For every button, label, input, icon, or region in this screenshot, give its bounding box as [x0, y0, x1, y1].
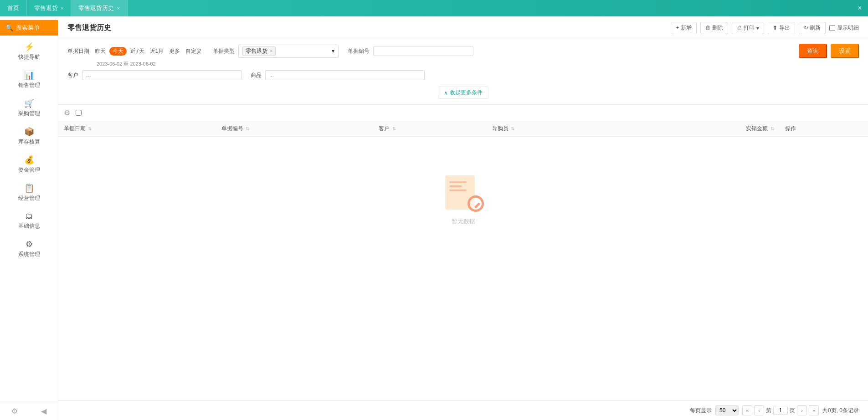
date-btn-more[interactable]: 更多	[167, 47, 182, 56]
query-button[interactable]: 查询	[799, 44, 827, 58]
sales-mgmt-icon: 📊	[24, 70, 34, 80]
date-btn-yesterday[interactable]: 昨天	[93, 47, 108, 56]
tab-home[interactable]: 首页	[0, 0, 27, 16]
sidebar-item-purchase-mgmt[interactable]: 🛒 采购管理	[0, 94, 58, 122]
col-number-label: 单据编号	[221, 125, 243, 132]
show-detail-checkbox[interactable]	[829, 25, 835, 31]
tab-retail-return-history[interactable]: 零售退货历史 ×	[71, 0, 127, 16]
show-detail-checkbox-label[interactable]: 显示明细	[829, 24, 859, 32]
customer-filter: 客户	[67, 70, 241, 80]
tab-retail-return[interactable]: 零售退货 ×	[27, 0, 71, 16]
print-dropdown-icon: ▾	[756, 25, 759, 31]
page-size-select[interactable]: 20 50 100	[715, 405, 739, 415]
date-btn-custom[interactable]: 自定义	[184, 47, 204, 56]
table-wrap: ⚙ 单据日期 ⇅ 单据编号 ⇅ 客户	[58, 105, 868, 400]
add-button[interactable]: + 新增	[671, 22, 696, 34]
topbar: 首页 零售退货 × 零售退货历史 × ×	[0, 0, 868, 16]
sidebar-search-label: 搜索菜单	[16, 24, 40, 32]
col-amount[interactable]: 实销金额 ⇅	[622, 121, 780, 137]
page-title: 零售退货历史	[67, 23, 111, 33]
customer-input[interactable]	[82, 70, 241, 80]
settings-button[interactable]: 设置	[831, 44, 859, 58]
page-header: 零售退货历史 + 新增 🗑 删除 🖨 打印 ▾ ⬆ 导出 ↻ 刷新	[58, 16, 868, 38]
tab-retail-return-label: 零售退货	[34, 4, 58, 12]
customer-filter-label: 客户	[67, 72, 78, 79]
header-actions: + 新增 🗑 删除 🖨 打印 ▾ ⬆ 导出 ↻ 刷新 显示明细	[671, 22, 859, 34]
refresh-button-label: ↻ 刷新	[804, 24, 821, 32]
sidebar-item-basic-info[interactable]: 🗂 基础信息	[0, 207, 58, 235]
col-amount-sort: ⇅	[770, 126, 774, 131]
date-filter: 单据日期 昨天 今天 近7天 近1月 更多 自定义	[67, 47, 204, 56]
sidebar-collapse-button[interactable]: ◀	[41, 407, 46, 415]
export-button[interactable]: ⬆ 导出	[768, 22, 795, 34]
basic-info-icon: 🗂	[25, 211, 33, 221]
page-input[interactable]	[773, 406, 788, 415]
sidebar-item-sales-mgmt[interactable]: 📊 销售管理	[0, 66, 58, 94]
doc-type-tag-close[interactable]: ×	[269, 48, 272, 54]
delete-button[interactable]: 🗑 删除	[700, 22, 728, 34]
col-amount-label: 实销金额	[746, 125, 768, 132]
doc-type-filter: 单据类型 零售退货 × ▾	[213, 45, 339, 58]
tab-home-label: 首页	[7, 4, 19, 12]
col-customer-sort: ⇅	[392, 126, 396, 131]
date-btn-today[interactable]: 今天	[109, 47, 127, 56]
sidebar-item-system-label: 系统管理	[18, 251, 40, 258]
sidebar-item-inventory[interactable]: 📦 库存核算	[0, 122, 58, 150]
page-next-button[interactable]: ›	[797, 405, 807, 415]
date-options-group: 昨天 今天 近7天 近1月 更多 自定义	[93, 47, 204, 56]
page-prev-button[interactable]: ‹	[754, 405, 764, 415]
col-date[interactable]: 单据日期 ⇅	[58, 121, 216, 137]
collapse-filter-button[interactable]: ∧ 收起更多条件	[438, 87, 488, 99]
refresh-button[interactable]: ↻ 刷新	[799, 22, 826, 34]
show-detail-label-text: 显示明细	[837, 24, 859, 32]
page-size-label: 每页显示	[690, 407, 712, 415]
print-button-label: 🖨 打印	[737, 24, 755, 32]
col-number[interactable]: 单据编号 ⇅	[216, 121, 374, 137]
sidebar-item-purchase-label: 采购管理	[18, 110, 40, 118]
total-info: 共0页, 0条记录	[822, 407, 859, 415]
doc-type-label: 单据类型	[213, 47, 235, 55]
page-first-button[interactable]: «	[742, 405, 752, 415]
tab-retail-return-history-close[interactable]: ×	[117, 5, 119, 11]
sidebar-item-business-mgmt[interactable]: 📋 经营管理	[0, 179, 58, 207]
sidebar-item-finance-label: 资金管理	[18, 166, 40, 174]
goods-input[interactable]	[265, 70, 425, 80]
add-button-label: + 新增	[676, 24, 691, 32]
sidebar-item-quick-nav[interactable]: ⚡ 快捷导航	[0, 37, 58, 66]
pagination: 每页显示 20 50 100 « ‹ 第 页 › » 共0页, 0条记录	[58, 400, 868, 420]
print-button[interactable]: 🖨 打印 ▾	[732, 22, 764, 34]
purchase-icon: 🛒	[24, 98, 34, 108]
magnifier-handle	[474, 202, 480, 208]
date-btn-month[interactable]: 近1月	[148, 47, 166, 56]
page-last-button[interactable]: »	[809, 405, 819, 415]
sidebar-item-quick-nav-label: 快捷导航	[18, 53, 40, 61]
sidebar-item-basic-info-label: 基础信息	[18, 222, 40, 230]
date-btn-week[interactable]: 近7天	[128, 47, 146, 56]
doc-number-filter: 单据编号	[348, 46, 473, 56]
system-mgmt-icon: ⚙	[26, 239, 33, 249]
sidebar-search[interactable]: 🔍 搜索菜单	[0, 20, 58, 36]
window-close-button[interactable]: ×	[852, 0, 868, 16]
doc-number-input[interactable]	[373, 46, 473, 56]
doc-type-select[interactable]: 零售退货 × ▾	[238, 45, 339, 58]
select-all-checkbox[interactable]	[76, 110, 82, 116]
sidebar-item-system-mgmt[interactable]: ⚙ 系统管理	[0, 235, 58, 263]
filter-row-1: 单据日期 昨天 今天 近7天 近1月 更多 自定义 单据类型	[67, 44, 859, 58]
sidebar-item-finance-mgmt[interactable]: 💰 资金管理	[0, 150, 58, 179]
export-button-label: ⬆ 导出	[773, 24, 790, 32]
col-action: 操作	[780, 121, 868, 137]
col-guide[interactable]: 导购员 ⇅	[487, 121, 622, 137]
sidebar-settings-button[interactable]: ⚙	[11, 407, 18, 415]
table-header: 单据日期 ⇅ 单据编号 ⇅ 客户 ⇅ 导购员 ⇅	[58, 121, 868, 137]
col-customer[interactable]: 客户 ⇅	[373, 121, 486, 137]
col-date-sort: ⇅	[88, 126, 92, 131]
query-button-label: 查询	[807, 47, 819, 54]
topbar-tabs: 首页 零售退货 × 零售退货历史 ×	[0, 0, 852, 16]
tab-retail-return-close[interactable]: ×	[61, 5, 63, 11]
doc-line-3	[449, 190, 467, 191]
table-settings-icon[interactable]: ⚙	[64, 108, 70, 117]
col-customer-label: 客户	[379, 125, 390, 132]
doc-type-tag-text: 零售退货	[246, 47, 267, 55]
doc-number-label: 单据编号	[348, 47, 370, 55]
date-filter-label: 单据日期	[67, 47, 89, 55]
